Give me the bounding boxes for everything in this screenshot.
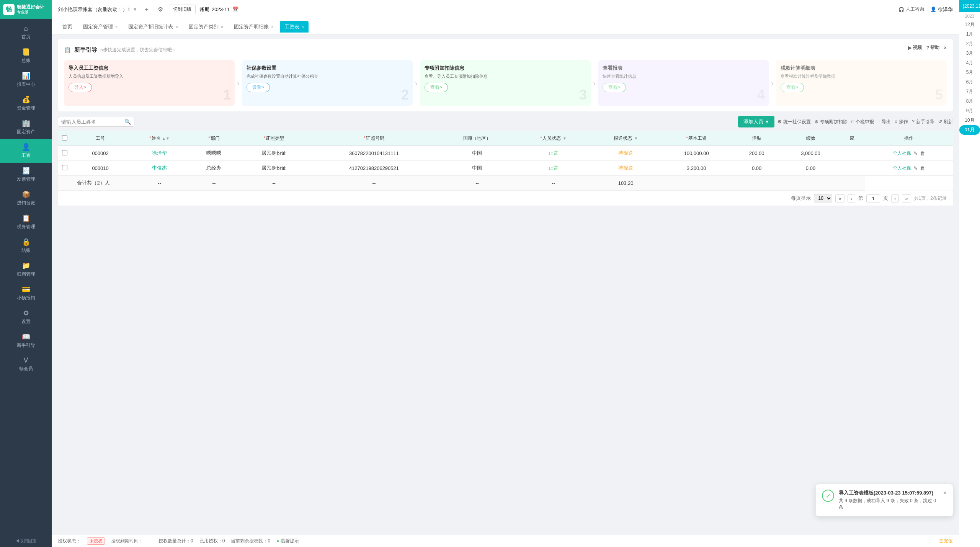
tab-asset_detail-close[interactable]: × bbox=[271, 24, 273, 29]
tab-asset_type[interactable]: 固定资产类别× bbox=[184, 21, 228, 33]
sidebar-item-wizard[interactable]: 📖新手引导 bbox=[0, 329, 52, 353]
toolbar-refresh-btn[interactable]: ↺刷新 bbox=[938, 119, 953, 125]
sidebar-item-settings[interactable]: ⚙设置 bbox=[0, 305, 52, 329]
row-0-op-edit[interactable]: ✎ bbox=[913, 150, 918, 156]
export-icon: ↑ bbox=[878, 119, 880, 124]
toast-content: 导入工资表模板(2023-03-23 15:07:59.897) 共 9 条数据… bbox=[839, 490, 939, 511]
row-0-report-status: 待报送 bbox=[591, 146, 660, 161]
page-input[interactable] bbox=[866, 194, 880, 202]
step-arrow-3: › bbox=[769, 79, 776, 88]
step-4-btn[interactable]: 查看> bbox=[603, 83, 626, 92]
prev-page-btn[interactable]: ‹ bbox=[848, 194, 855, 202]
user-menu[interactable]: 👤 徐泽华 bbox=[930, 6, 953, 13]
status-bar: 授权状态： 未授权 授权到期时间：—— 授权数量总计：0 已用授权：0 当前剩余… bbox=[52, 535, 959, 547]
per-page-select[interactable]: 10 20 50 bbox=[814, 194, 832, 202]
sidebar-item-purchase_sale[interactable]: 📦进销台账 bbox=[0, 186, 52, 210]
search-input[interactable] bbox=[61, 119, 122, 125]
tab-asset_detail[interactable]: 固定资产明细账× bbox=[229, 21, 278, 33]
row-1-dept: 总经办 bbox=[190, 161, 238, 176]
step-5-btn[interactable]: 查看> bbox=[781, 83, 804, 92]
step-1-btn[interactable]: 导入> bbox=[69, 83, 92, 92]
toolbar-social_security-btn[interactable]: ⚙统一社保设置 bbox=[777, 119, 811, 125]
row-1-name-link[interactable]: 李俊杰 bbox=[152, 165, 167, 171]
cal-month-10[interactable]: 10月 bbox=[959, 116, 980, 125]
tab-depreciation-close[interactable]: × bbox=[175, 24, 178, 29]
toolbar-operations-btn[interactable]: ≡操作 bbox=[895, 119, 908, 125]
cal-month-2[interactable]: 2月 bbox=[959, 39, 980, 49]
wizard-card: 📋 新手引导 5步快速完成设置，快去完善信息吧～ ▶ 视频 ? 帮助 × bbox=[58, 39, 953, 111]
last-page-btn[interactable]: » bbox=[902, 194, 911, 202]
sidebar-item-tax[interactable]: 📋税务管理 bbox=[0, 210, 52, 234]
next-page-btn[interactable]: › bbox=[891, 194, 899, 202]
cal-month-4[interactable]: 4月 bbox=[959, 58, 980, 68]
ai-service-btn[interactable]: 🎧 人工咨询 bbox=[898, 6, 924, 13]
cal-month-9[interactable]: 9月 bbox=[959, 106, 980, 116]
row-0-op-social[interactable]: 个人社保 bbox=[893, 150, 911, 157]
step-4-desc: 快速查看统计信息 bbox=[603, 73, 764, 80]
row-0-checkbox[interactable] bbox=[62, 150, 67, 155]
settings-btn[interactable]: ⚙ bbox=[155, 4, 166, 15]
sidebar-item-payroll[interactable]: 👤工资 bbox=[0, 139, 52, 163]
add-account-btn[interactable]: ＋ bbox=[141, 4, 152, 15]
sidebar-fund-label: 资金管理 bbox=[17, 105, 35, 111]
first-page-btn[interactable]: « bbox=[835, 194, 844, 202]
tab-payroll[interactable]: 工资表× bbox=[280, 21, 309, 33]
sidebar-item-reports[interactable]: 📊报表中心 bbox=[0, 68, 52, 91]
row-0-name-link[interactable]: 徐泽华 bbox=[152, 150, 167, 156]
toolbar-export-btn[interactable]: ↑导出 bbox=[878, 119, 891, 125]
cal-year-2023: 2023 bbox=[963, 12, 977, 20]
step-3-btn[interactable]: 查看> bbox=[425, 83, 448, 92]
sidebar-item-member[interactable]: V畅会员 bbox=[0, 353, 52, 376]
go-auth-btn[interactable]: 去充值 bbox=[939, 538, 953, 544]
row-1-op-social[interactable]: 个人社保 bbox=[893, 165, 911, 171]
cal-month-7[interactable]: 7月 bbox=[959, 87, 980, 96]
cal-month-11[interactable]: 11月 bbox=[959, 125, 980, 135]
calendar-icon[interactable]: 📅 bbox=[232, 7, 238, 12]
sidebar-footer-btn[interactable]: ◀取消固定 bbox=[0, 535, 52, 547]
select-all-checkbox[interactable] bbox=[62, 135, 67, 140]
add-person-btn[interactable]: 添加人员 ▼ bbox=[738, 116, 774, 127]
wizard-video-btn[interactable]: ▶ 视频 bbox=[908, 44, 922, 51]
wizard-close-btn[interactable]: × bbox=[944, 45, 947, 51]
tab-asset_type-close[interactable]: × bbox=[221, 24, 223, 29]
tab-fixed_assets[interactable]: 固定资产管理× bbox=[78, 21, 122, 33]
sidebar-item-home[interactable]: ⌂首页 bbox=[0, 21, 52, 44]
tab-fixed_assets-close[interactable]: × bbox=[115, 24, 118, 29]
account-dropdown-icon[interactable]: ▼ bbox=[132, 7, 137, 12]
row-1-checkbox[interactable] bbox=[62, 165, 67, 170]
toolbar-special_deduct-btn[interactable]: ⊕专项附加扣除 bbox=[815, 119, 848, 125]
cal-month-6[interactable]: 6月 bbox=[959, 77, 980, 87]
operations-icon: ≡ bbox=[895, 119, 897, 124]
account-selector[interactable]: 刘小艳演示账套（勿删勿动！）1 ▼ bbox=[58, 6, 137, 13]
summary-empty-5: -- bbox=[438, 176, 516, 191]
tab-depreciation[interactable]: 固定资产折旧统计表× bbox=[124, 21, 182, 33]
cal-month-3[interactable]: 3月 bbox=[959, 49, 980, 58]
step-2-btn[interactable]: 设置> bbox=[247, 83, 270, 92]
switch-version-btn[interactable]: 切到旧版 bbox=[169, 5, 196, 14]
sidebar-item-fund[interactable]: 💰资金管理 bbox=[0, 91, 52, 115]
toolbar-tax_report-btn[interactable]: □个税申报 bbox=[851, 119, 874, 125]
sidebar-item-close[interactable]: 🔒结账 bbox=[0, 234, 52, 258]
row-1-op-edit[interactable]: ✎ bbox=[913, 165, 918, 171]
sidebar-item-archive[interactable]: 📁归档管理 bbox=[0, 258, 52, 281]
sidebar-item-invoice[interactable]: 🧾发票管理 bbox=[0, 163, 52, 186]
sidebar-item-general_ledger[interactable]: 📒总账 bbox=[0, 44, 52, 68]
tab-payroll-close[interactable]: × bbox=[302, 24, 304, 29]
sidebar-tax-label: 税务管理 bbox=[17, 224, 35, 230]
tax_report-icon: □ bbox=[851, 119, 854, 124]
add-btn-arrow: ▼ bbox=[765, 119, 769, 124]
sidebar-item-expense[interactable]: 💳小畅报销 bbox=[0, 281, 52, 305]
cal-month-1[interactable]: 1月 bbox=[959, 29, 980, 39]
wizard-help-btn[interactable]: ? 帮助 bbox=[926, 44, 939, 51]
summary-empty-7 bbox=[661, 176, 732, 191]
tab-home[interactable]: 首页 bbox=[58, 21, 77, 33]
sidebar-item-fixed_assets[interactable]: 🏢固定资产 bbox=[0, 115, 52, 139]
cal-month-5[interactable]: 5月 bbox=[959, 68, 980, 77]
cal-month-12[interactable]: 12月 bbox=[959, 20, 980, 29]
row-0-op-delete[interactable]: 🗑 bbox=[920, 150, 925, 156]
tab-asset_type-label: 固定资产类别 bbox=[189, 23, 219, 30]
cal-month-8[interactable]: 8月 bbox=[959, 96, 980, 106]
toolbar-wizard-btn[interactable]: ?新手引导 bbox=[912, 119, 934, 125]
row-1-op-delete[interactable]: 🗑 bbox=[920, 165, 925, 171]
toast-close-btn[interactable]: × bbox=[943, 490, 947, 496]
